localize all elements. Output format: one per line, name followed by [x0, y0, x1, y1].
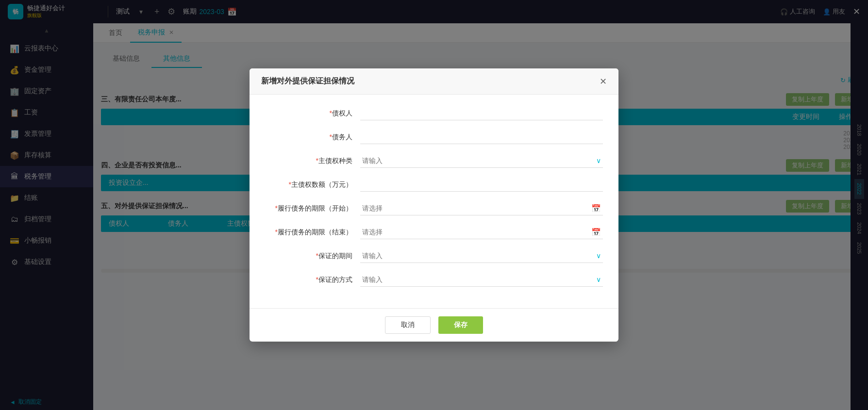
label-period-start: *履行债务的期限（开始） [265, 204, 352, 213]
form-row-creditor: *债权人 [265, 106, 603, 120]
cancel-button[interactable]: 取消 [385, 316, 431, 334]
select-claim-type[interactable]: ∨ [360, 154, 603, 168]
modal-footer: 取消 保存 [250, 308, 618, 342]
date-period-end[interactable]: 📅 [360, 225, 603, 239]
modal-close-button[interactable]: ✕ [600, 77, 607, 86]
input-period-start[interactable] [360, 201, 589, 215]
label-debtor: *债务人 [265, 133, 352, 142]
save-button[interactable]: 保存 [438, 316, 483, 334]
period-end-calendar-icon[interactable]: 📅 [589, 226, 603, 239]
period-start-calendar-icon[interactable]: 📅 [589, 202, 603, 215]
modal-title: 新增对外提供保证担保情况 [261, 76, 354, 86]
input-claim-type[interactable] [360, 154, 594, 167]
date-period-start[interactable]: 📅 [360, 201, 603, 215]
form-row-guarantee-method: *保证的方式 ∨ [265, 273, 603, 287]
input-guarantee-method[interactable] [360, 273, 594, 286]
input-guarantee-period[interactable] [360, 249, 594, 262]
input-period-end[interactable] [360, 225, 589, 239]
label-claim-type: *主债权种类 [265, 157, 352, 165]
select-guarantee-period[interactable]: ∨ [360, 249, 603, 263]
modal-body: *债权人 *债务人 *主债权种类 ∨ [250, 95, 618, 308]
select-guarantee-method[interactable]: ∨ [360, 273, 603, 287]
modal-header: 新增对外提供保证担保情况 ✕ [250, 68, 618, 95]
label-creditor: *债权人 [265, 109, 352, 118]
form-row-claim-amount: *主债权数额（万元） [265, 178, 603, 192]
input-creditor[interactable] [360, 106, 603, 120]
input-claim-amount[interactable] [360, 178, 603, 192]
guarantee-period-dropdown-icon[interactable]: ∨ [594, 250, 603, 262]
form-row-guarantee-period: *保证的期间 ∨ [265, 249, 603, 263]
label-guarantee-period: *保证的期间 [265, 252, 352, 261]
claim-type-dropdown-icon[interactable]: ∨ [594, 155, 603, 166]
form-row-period-end: *履行债务的期限（结束） 📅 [265, 225, 603, 239]
modal-overlay: 新增对外提供保证担保情况 ✕ *债权人 *债务人 *主债权种类 [0, 0, 868, 410]
form-row-debtor: *债务人 [265, 130, 603, 144]
form-row-period-start: *履行债务的期限（开始） 📅 [265, 201, 603, 215]
form-row-claim-type: *主债权种类 ∨ [265, 154, 603, 168]
input-debtor[interactable] [360, 130, 603, 144]
guarantee-method-dropdown-icon[interactable]: ∨ [594, 274, 603, 285]
label-period-end: *履行债务的期限（结束） [265, 228, 352, 237]
label-claim-amount: *主债权数额（万元） [265, 180, 352, 189]
modal-dialog: 新增对外提供保证担保情况 ✕ *债权人 *债务人 *主债权种类 [250, 68, 618, 342]
label-guarantee-method: *保证的方式 [265, 276, 352, 284]
